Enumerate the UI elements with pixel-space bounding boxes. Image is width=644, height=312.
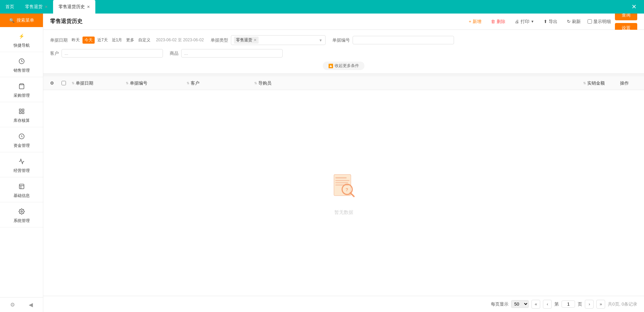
doc-type-select-arrow: ▼	[319, 38, 323, 42]
pagination-bar: 每页显示 20 50 100 « ‹ 第 页 › » 共0页, 0条记录	[43, 296, 644, 312]
page-title: 零售退货历史	[50, 18, 82, 25]
customer-label: 客户	[50, 50, 59, 57]
filter-doc-number: 单据编号	[332, 36, 454, 44]
filter-row-1: 单据日期 昨天 今天 近7天 近1月 更多 自定义 2023-06-02 至 2…	[50, 35, 637, 45]
sidebar-item-purchase[interactable]: 采购管理	[0, 77, 43, 102]
empty-state: ? 暂无数据	[43, 90, 644, 296]
th-customer[interactable]: ⇅ 客户	[184, 80, 252, 86]
empty-icon: ?	[327, 170, 361, 204]
sidebar-collapse-button[interactable]: ◀	[29, 302, 33, 308]
sort-icon-customer: ⇅	[187, 81, 189, 85]
th-doc-date-label: 单据日期	[76, 80, 93, 86]
page-unit: 页	[578, 301, 582, 307]
th-doc-number[interactable]: ⇅ 单据编号	[123, 80, 184, 86]
delete-button[interactable]: 🗑 删除	[488, 17, 508, 26]
table-settings-icon[interactable]: ⚙	[46, 81, 58, 86]
sidebar-item-purchase-label: 采购管理	[14, 93, 30, 98]
tab-retail-return[interactable]: 零售退货 ✕	[20, 0, 53, 14]
export-button[interactable]: ⬆ 导出	[541, 17, 560, 26]
filter-row-2: 客户 ... 商品 ...	[50, 49, 637, 58]
doc-type-tag-close[interactable]: ✕	[254, 38, 257, 42]
doc-number-label: 单据编号	[332, 37, 350, 43]
svg-rect-2	[19, 109, 21, 111]
per-page-label: 每页显示	[491, 301, 508, 307]
sidebar-item-operations[interactable]: 经营管理	[0, 152, 43, 177]
goods-label: 商品	[170, 50, 178, 57]
doc-type-tag-label: 零售退货	[236, 37, 252, 43]
th-customer-label: 客户	[191, 80, 199, 86]
filter-doc-date: 单据日期 昨天 今天 近7天 近1月 更多 自定义 2023-06-02 至 2…	[50, 37, 204, 44]
date-opt-1month[interactable]: 近1月	[111, 37, 124, 44]
display-detail-label: 显示明细	[593, 19, 611, 25]
inventory-icon	[17, 107, 26, 116]
sidebar: 🔍 搜索菜单 ⚡ 快捷导航 销售管理 采购管理	[0, 14, 43, 312]
first-page-button[interactable]: «	[531, 300, 540, 309]
total-info: 共0页, 0条记录	[608, 301, 637, 307]
goods-input[interactable]: ...	[181, 49, 283, 58]
content-area: 零售退货历史 + 新增 🗑 删除 🖨 打印 ▼ ⬆ 导出	[43, 14, 644, 312]
customer-input[interactable]: ...	[62, 49, 163, 58]
top-close-button[interactable]: ✕	[629, 2, 639, 12]
export-icon: ⬆	[544, 19, 547, 24]
th-amount[interactable]: ⇅ 实销金额	[312, 80, 607, 86]
date-opt-custom[interactable]: 自定义	[137, 37, 152, 44]
table-checkbox-all[interactable]	[58, 81, 69, 85]
date-opt-today[interactable]: 今天	[82, 37, 95, 44]
sidebar-item-sales-label: 销售管理	[14, 68, 30, 73]
new-icon: +	[469, 19, 472, 24]
filter-area: 单据日期 昨天 今天 近7天 近1月 更多 自定义 2023-06-02 至 2…	[43, 30, 644, 74]
page-number-input[interactable]	[562, 300, 575, 308]
date-range-text: 2023-06-02 至 2023-06-02	[156, 37, 204, 43]
date-opt-yesterday[interactable]: 昨天	[70, 37, 81, 44]
tab-retail-return-label: 零售退货	[25, 4, 43, 10]
purchase-icon	[17, 82, 26, 91]
collapse-button[interactable]: 🔼 收起更多条件	[323, 62, 364, 70]
main-layout: 🔍 搜索菜单 ⚡ 快捷导航 销售管理 采购管理	[0, 14, 644, 312]
tab-retail-return-close[interactable]: ✕	[45, 5, 48, 9]
sidebar-settings-button[interactable]: ⚙	[10, 302, 15, 308]
filter-doc-type: 单据类型 零售退货 ✕ ▼	[211, 35, 326, 45]
select-all-checkbox[interactable]	[62, 81, 66, 85]
svg-rect-7	[19, 184, 24, 189]
sidebar-item-quick-nav[interactable]: ⚡ 快捷导航	[0, 27, 43, 52]
last-page-button[interactable]: »	[596, 300, 605, 309]
refresh-button[interactable]: ↻ 刷新	[564, 17, 583, 26]
sidebar-item-finance[interactable]: 资金管理	[0, 127, 43, 152]
prev-page-button[interactable]: ‹	[543, 300, 552, 309]
date-opt-more[interactable]: 更多	[125, 37, 136, 44]
sidebar-search[interactable]: 🔍 搜索菜单	[0, 14, 43, 27]
date-opt-7days[interactable]: 近7天	[96, 37, 109, 44]
display-detail-checkbox[interactable]: 显示明细	[588, 19, 611, 25]
next-page-button[interactable]: ›	[585, 300, 594, 309]
tab-retail-return-history[interactable]: 零售退货历史 ✕	[53, 0, 95, 14]
delete-label: 删除	[497, 19, 505, 25]
delete-icon: 🗑	[491, 19, 495, 24]
sidebar-item-basic-info-label: 基础信息	[14, 193, 30, 199]
sidebar-item-system[interactable]: 系统管理	[0, 202, 43, 227]
sidebar-nav: ⚡ 快捷导航 销售管理 采购管理 库存核算	[0, 27, 43, 297]
th-doc-number-label: 单据编号	[130, 80, 147, 86]
new-button[interactable]: + 新增	[466, 17, 484, 26]
th-guide[interactable]: ⇅ 导购员	[252, 80, 312, 86]
tab-home-label: 首页	[5, 4, 14, 10]
per-page-select[interactable]: 20 50 100	[511, 300, 529, 308]
sidebar-item-inventory[interactable]: 库存核算	[0, 102, 43, 127]
svg-rect-12	[335, 177, 347, 178]
collapse-row: 🔼 收起更多条件	[50, 62, 637, 70]
operations-icon	[17, 157, 26, 166]
sort-icon-guide: ⇅	[254, 81, 257, 85]
print-button[interactable]: 🖨 打印 ▼	[512, 17, 537, 26]
sidebar-item-basic-info[interactable]: 基础信息	[0, 177, 43, 202]
display-detail-input[interactable]	[588, 19, 592, 24]
doc-type-select[interactable]: 零售退货 ✕ ▼	[231, 35, 326, 45]
refresh-label: 刷新	[572, 19, 581, 25]
th-doc-date[interactable]: ⇅ 单据日期	[69, 80, 123, 86]
tab-home[interactable]: 首页	[0, 0, 20, 14]
doc-number-input[interactable]	[353, 36, 454, 44]
sidebar-item-sales[interactable]: 销售管理	[0, 52, 43, 77]
top-bar-right: ✕	[629, 2, 644, 12]
sidebar-item-quick-nav-label: 快捷导航	[14, 43, 30, 48]
tab-retail-return-history-close[interactable]: ✕	[87, 5, 90, 9]
print-label: 打印	[521, 19, 529, 25]
query-button[interactable]: 查询	[615, 14, 637, 20]
